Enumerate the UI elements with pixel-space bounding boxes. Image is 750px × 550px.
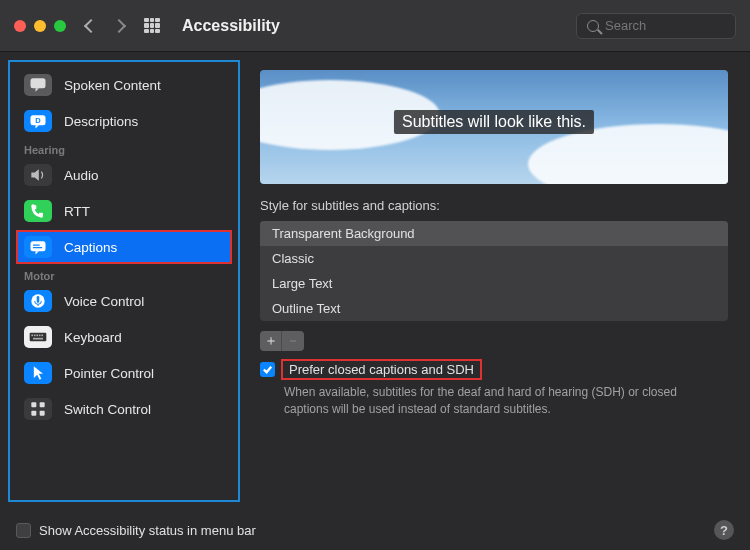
titlebar: Accessibility — [0, 0, 750, 52]
style-option-classic[interactable]: Classic — [260, 246, 728, 271]
add-style-button[interactable]: ＋ — [260, 331, 282, 351]
window-title: Accessibility — [182, 17, 280, 35]
help-button[interactable]: ? — [714, 520, 734, 540]
remove-style-button[interactable]: － — [282, 331, 304, 351]
subtitle-preview: Subtitles will look like this. — [260, 70, 728, 184]
prefer-sdh-checkbox[interactable] — [260, 362, 275, 377]
descriptions-icon: D — [24, 110, 52, 132]
sidebar-item-pointer-control[interactable]: Pointer Control — [16, 356, 232, 390]
pointer-icon — [24, 362, 52, 384]
svg-rect-14 — [33, 338, 43, 340]
svg-rect-10 — [34, 335, 36, 337]
sidebar-item-label: Pointer Control — [64, 366, 154, 381]
svg-rect-11 — [36, 335, 38, 337]
sidebar-item-captions[interactable]: Captions — [16, 230, 232, 264]
search-field[interactable] — [576, 13, 736, 39]
search-input[interactable] — [605, 18, 705, 33]
style-option-outline[interactable]: Outline Text — [260, 296, 728, 321]
sidebar-item-label: Descriptions — [64, 114, 138, 129]
svg-rect-3 — [31, 241, 46, 251]
sidebar-item-audio[interactable]: Audio — [16, 158, 232, 192]
style-option-large[interactable]: Large Text — [260, 271, 728, 296]
style-option-transparent[interactable]: Transparent Background — [260, 221, 728, 246]
svg-rect-5 — [33, 247, 42, 248]
traffic-lights — [14, 20, 66, 32]
svg-rect-4 — [33, 245, 40, 246]
svg-rect-12 — [39, 335, 41, 337]
main-panel: Subtitles will look like this. Style for… — [248, 52, 750, 510]
svg-rect-9 — [31, 335, 33, 337]
svg-rect-8 — [30, 333, 47, 341]
phone-icon — [24, 200, 52, 222]
sidebar: Spoken Content D Descriptions Hearing Au… — [8, 60, 240, 502]
sidebar-item-descriptions[interactable]: D Descriptions — [16, 104, 232, 138]
section-hearing: Hearing — [16, 140, 232, 158]
mic-icon — [24, 290, 52, 312]
svg-rect-15 — [31, 402, 36, 407]
keyboard-icon — [24, 326, 52, 348]
prefer-sdh-label: Prefer closed captions and SDH — [283, 361, 480, 378]
show-status-label: Show Accessibility status in menu bar — [39, 523, 256, 538]
style-heading: Style for subtitles and captions: — [260, 198, 728, 213]
close-window-button[interactable] — [14, 20, 26, 32]
chevron-right-icon — [112, 18, 126, 32]
sidebar-item-keyboard[interactable]: Keyboard — [16, 320, 232, 354]
sidebar-item-label: Switch Control — [64, 402, 151, 417]
svg-rect-16 — [40, 402, 45, 407]
sidebar-item-rtt[interactable]: RTT — [16, 194, 232, 228]
switch-icon — [24, 398, 52, 420]
footer: Show Accessibility status in menu bar ? — [0, 510, 750, 550]
prefer-sdh-description: When available, subtitles for the deaf a… — [284, 384, 694, 418]
sidebar-item-label: Keyboard — [64, 330, 122, 345]
svg-rect-17 — [31, 411, 36, 416]
captions-icon — [24, 236, 52, 258]
svg-rect-18 — [40, 411, 45, 416]
sidebar-item-label: Spoken Content — [64, 78, 161, 93]
chevron-left-icon — [84, 18, 98, 32]
check-icon — [262, 364, 273, 375]
svg-rect-13 — [41, 335, 43, 337]
show-all-prefs-button[interactable] — [144, 18, 160, 34]
sidebar-item-label: Audio — [64, 168, 99, 183]
show-status-checkbox[interactable] — [16, 523, 31, 538]
svg-text:D: D — [35, 116, 41, 125]
sidebar-item-voice-control[interactable]: Voice Control — [16, 284, 232, 318]
add-remove-group: ＋ － — [260, 331, 728, 351]
back-button[interactable] — [86, 21, 96, 31]
sidebar-item-label: Voice Control — [64, 294, 144, 309]
speaker-icon — [24, 164, 52, 186]
svg-rect-7 — [37, 296, 40, 303]
speech-bubble-icon — [24, 74, 52, 96]
svg-rect-0 — [31, 78, 46, 88]
minimize-window-button[interactable] — [34, 20, 46, 32]
nav-buttons — [86, 21, 124, 31]
subtitle-sample-text: Subtitles will look like this. — [394, 110, 594, 134]
sidebar-item-switch-control[interactable]: Switch Control — [16, 392, 232, 426]
section-motor: Motor — [16, 266, 232, 284]
sidebar-item-spoken-content[interactable]: Spoken Content — [16, 68, 232, 102]
sidebar-item-label: RTT — [64, 204, 90, 219]
search-icon — [587, 20, 599, 32]
forward-button[interactable] — [114, 21, 124, 31]
style-list[interactable]: Transparent Background Classic Large Tex… — [260, 221, 728, 321]
sidebar-item-label: Captions — [64, 240, 117, 255]
fullscreen-window-button[interactable] — [54, 20, 66, 32]
